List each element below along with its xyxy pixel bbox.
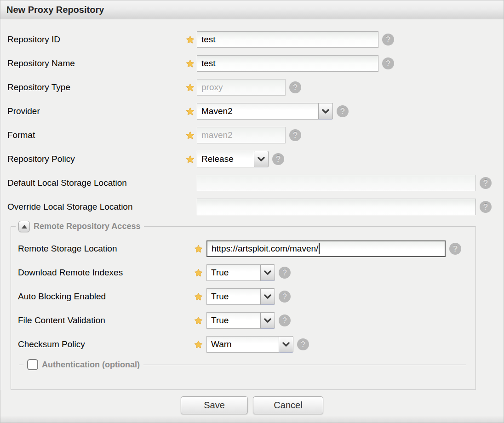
field-label: Remote Storage Location	[18, 244, 194, 254]
help-icon[interactable]: ?	[289, 81, 301, 93]
repository-policy-value: Release	[197, 151, 254, 167]
new-proxy-repository-panel: New Proxy Repository Repository ID ? Rep…	[0, 0, 504, 423]
provider-row: Provider Maven2 ?	[1, 99, 504, 123]
text-caret	[319, 243, 320, 254]
auto-blocking-row: Auto Blocking Enabled True ?	[11, 285, 475, 309]
override-storage-row: Override Local Storage Location ?	[1, 195, 504, 219]
required-star-icon	[194, 340, 203, 349]
provider-select[interactable]: Maven2	[197, 103, 333, 120]
field-label: Format	[7, 130, 185, 140]
help-icon[interactable]: ?	[480, 201, 492, 213]
help-icon[interactable]: ?	[272, 153, 284, 165]
provider-select-value: Maven2	[197, 103, 319, 120]
fieldset-title: Authentication (optional)	[42, 360, 140, 370]
field-label: Override Local Storage Location	[7, 202, 185, 212]
required-star-icon	[185, 131, 195, 140]
authentication-fieldset: Authentication (optional)	[19, 359, 466, 382]
repository-id-input[interactable]	[197, 31, 378, 48]
required-star-icon	[194, 316, 203, 325]
help-icon[interactable]: ?	[297, 338, 309, 350]
fieldset-legend: Remote Repository Access	[16, 221, 144, 232]
field-label: Provider	[7, 106, 185, 116]
help-icon[interactable]: ?	[449, 243, 461, 255]
auto-blocking-value: True	[206, 288, 261, 305]
chevron-down-icon[interactable]	[260, 312, 275, 329]
checksum-policy-value: Warn	[206, 336, 279, 353]
format-row: Format ?	[1, 123, 504, 147]
help-icon[interactable]: ?	[279, 314, 291, 326]
default-storage-row: Default Local Storage Location ?	[1, 171, 504, 195]
file-content-validation-select[interactable]: True	[206, 312, 275, 329]
chevron-down-icon[interactable]	[260, 288, 275, 305]
help-icon[interactable]: ?	[289, 129, 301, 141]
auto-blocking-select[interactable]: True	[206, 288, 275, 305]
required-star-icon	[194, 244, 203, 253]
field-label: Repository ID	[7, 34, 185, 45]
repository-type-row: Repository Type ?	[1, 75, 504, 99]
chevron-down-icon[interactable]	[279, 336, 293, 353]
collapse-fieldset-button[interactable]	[18, 221, 30, 232]
remote-storage-row: Remote Storage Location https://artsploi…	[11, 237, 475, 261]
override-storage-input[interactable]	[197, 199, 476, 215]
required-star-icon	[194, 292, 203, 301]
cancel-button[interactable]: Cancel	[253, 396, 323, 414]
remote-storage-value: https://artsploit.com/maven/	[212, 244, 318, 254]
checksum-policy-select[interactable]: Warn	[206, 336, 293, 353]
required-star-icon	[185, 83, 195, 92]
form-body: Repository ID ? Repository Name ? Reposi…	[0, 19, 504, 390]
file-content-validation-row: File Content Validation True ?	[11, 309, 475, 332]
repository-name-row: Repository Name ?	[1, 51, 504, 75]
chevron-down-icon[interactable]	[254, 151, 269, 167]
field-label: Download Remote Indexes	[18, 268, 194, 278]
chevron-down-icon[interactable]	[260, 264, 275, 281]
required-star-icon	[185, 154, 195, 164]
required-star-icon	[185, 59, 195, 68]
help-icon[interactable]: ?	[279, 267, 291, 279]
help-icon[interactable]: ?	[337, 105, 349, 117]
field-label: Auto Blocking Enabled	[18, 292, 194, 302]
collapse-arrow-icon	[22, 225, 27, 229]
help-icon[interactable]: ?	[279, 291, 291, 303]
checksum-policy-row: Checksum Policy Warn ?	[11, 332, 475, 356]
default-storage-input	[197, 175, 476, 191]
authentication-checkbox[interactable]	[27, 359, 38, 370]
download-remote-indexes-row: Download Remote Indexes True ?	[11, 261, 475, 285]
field-label: Repository Name	[7, 58, 185, 69]
help-icon[interactable]: ?	[382, 57, 394, 69]
help-icon[interactable]: ?	[382, 34, 394, 46]
field-label: Repository Policy	[7, 154, 185, 164]
download-remote-indexes-value: True	[206, 264, 261, 281]
star-spacer	[185, 178, 195, 188]
repository-policy-select[interactable]: Release	[197, 151, 269, 167]
field-label: Repository Type	[7, 82, 185, 92]
star-spacer	[185, 202, 195, 212]
field-label: Checksum Policy	[18, 339, 194, 349]
required-star-icon	[194, 268, 203, 277]
field-label: File Content Validation	[18, 315, 194, 326]
fieldset-title: Remote Repository Access	[34, 222, 140, 231]
save-button[interactable]: Save	[181, 396, 248, 414]
remote-storage-input[interactable]: https://artsploit.com/maven/	[206, 240, 446, 257]
repository-policy-row: Repository Policy Release ?	[1, 147, 504, 171]
fieldset-legend: Authentication (optional)	[23, 359, 143, 370]
download-remote-indexes-select[interactable]: True	[206, 264, 275, 281]
field-label: Default Local Storage Location	[7, 178, 185, 188]
repository-id-row: Repository ID ?	[1, 28, 504, 51]
format-input	[197, 127, 286, 143]
repository-name-input[interactable]	[197, 55, 378, 72]
required-star-icon	[185, 35, 195, 44]
chevron-down-icon[interactable]	[318, 103, 333, 120]
file-content-validation-value: True	[206, 312, 261, 329]
required-star-icon	[185, 107, 195, 116]
remote-repository-access-fieldset: Remote Repository Access Remote Storage …	[11, 221, 476, 390]
page-title: New Proxy Repository	[0, 0, 504, 19]
repository-type-input	[197, 79, 286, 96]
button-bar: Save Cancel	[0, 390, 504, 423]
help-icon[interactable]: ?	[480, 177, 492, 189]
